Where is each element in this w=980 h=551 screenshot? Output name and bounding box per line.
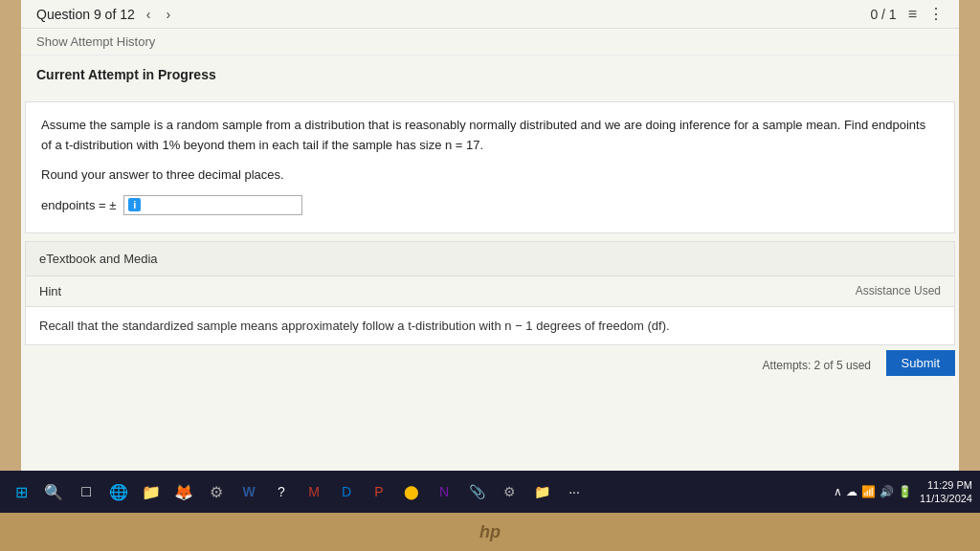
endpoints-label: endpoints = ± — [41, 198, 116, 212]
hint-content: Recall that the standardized sample mean… — [26, 307, 954, 345]
bezel-right — [959, 0, 980, 513]
edge-icon[interactable]: 🌐 — [105, 478, 132, 505]
word-icon[interactable]: W — [235, 478, 262, 505]
header-left: Question 9 of 12 ‹ › — [36, 5, 174, 24]
onedrive-icon[interactable]: D — [333, 478, 360, 505]
cloud-icon[interactable]: ☁ — [846, 485, 858, 498]
taskbar-time[interactable]: 11:29 PM 11/13/2024 — [920, 478, 972, 506]
submit-button[interactable]: Submit — [886, 350, 955, 376]
hp-logo: hp — [479, 522, 501, 542]
hint-header[interactable]: Hint Assistance Used — [26, 276, 954, 307]
dots-icon[interactable]: ⋮ — [928, 5, 944, 23]
battery-icon[interactable]: 🔋 — [898, 485, 912, 498]
hint-section: Hint Assistance Used Recall that the sta… — [25, 276, 955, 346]
mail-icon[interactable]: M — [301, 478, 327, 505]
attempt-history-link[interactable]: Show Attempt History — [21, 29, 959, 55]
folder-icon[interactable]: 📁 — [528, 478, 555, 505]
hint-label: Hint — [39, 284, 61, 298]
bezel-left — [0, 0, 21, 513]
explorer-icon[interactable]: 📁 — [138, 478, 165, 505]
current-attempt-section: Current Attempt in Progress — [21, 55, 959, 101]
attempts-overlay: Attempts: 2 of 5 used — [755, 355, 879, 376]
round-note: Round your answer to three decimal place… — [41, 167, 939, 182]
current-attempt-title: Current Attempt in Progress — [36, 67, 944, 82]
assistance-used: Assistance Used — [856, 284, 941, 298]
date-display: 11/13/2024 — [920, 492, 972, 505]
list-icon[interactable]: ≡ — [908, 6, 917, 23]
firefox-icon[interactable]: 🦊 — [170, 478, 197, 505]
taskbar-left: ⊞ 🔍 □ 🌐 📁 🦊 ⚙ W ? M D P ⬤ N 📎 ⚙ 📁 ··· — [8, 478, 588, 505]
question-box: Assume the sample is a random sample fro… — [25, 101, 955, 233]
wifi-icon[interactable]: 📶 — [861, 485, 876, 498]
etextbook-label: eTextbook and Media — [39, 252, 158, 266]
system-tray: ∧ ☁ 📶 🔊 🔋 — [834, 485, 912, 498]
powerpoint-icon[interactable]: P — [366, 478, 392, 505]
question-text: Assume the sample is a random sample fro… — [41, 116, 939, 156]
header-bar: Question 9 of 12 ‹ › 0 / 1 ≡ ⋮ — [21, 0, 959, 29]
question-title: Question 9 of 12 — [36, 7, 135, 22]
chrome-icon[interactable]: ⬤ — [398, 478, 425, 505]
prev-button[interactable]: ‹ — [143, 5, 155, 24]
windows-start-icon[interactable]: ⊞ — [8, 478, 34, 505]
volume-icon[interactable]: 🔊 — [880, 485, 894, 498]
caret-icon[interactable]: ∧ — [834, 485, 842, 498]
more-icons[interactable]: ··· — [561, 478, 588, 505]
score-display: 0 / 1 — [870, 7, 896, 22]
next-button[interactable]: › — [162, 5, 174, 24]
clip-icon[interactable]: 📎 — [463, 478, 490, 505]
endpoints-row: endpoints = ± i — [41, 195, 939, 215]
task-view-icon[interactable]: □ — [73, 478, 100, 505]
settings-icon[interactable]: ⚙ — [203, 478, 230, 505]
endpoints-input-wrapper: i — [123, 195, 302, 215]
search-taskbar-icon[interactable]: 🔍 — [40, 478, 67, 505]
gear-icon[interactable]: ⚙ — [496, 478, 523, 505]
help-icon[interactable]: ? — [268, 478, 295, 505]
time-display: 11:29 PM — [920, 478, 972, 492]
hp-area: hp — [0, 513, 980, 551]
hint-text: Recall that the standardized sample mean… — [39, 319, 670, 333]
taskbar-right: ∧ ☁ 📶 🔊 🔋 11:29 PM 11/13/2024 — [834, 478, 972, 506]
endpoints-input[interactable] — [145, 198, 298, 212]
header-right: 0 / 1 ≡ ⋮ — [870, 5, 944, 23]
onenote-icon[interactable]: N — [431, 478, 457, 505]
screen-area: Question 9 of 12 ‹ › 0 / 1 ≡ ⋮ Show Atte… — [21, 0, 959, 471]
info-badge[interactable]: i — [128, 198, 141, 211]
taskbar: ⊞ 🔍 □ 🌐 📁 🦊 ⚙ W ? M D P ⬤ N 📎 ⚙ 📁 ··· ∧ … — [0, 471, 980, 513]
etextbook-section[interactable]: eTextbook and Media — [25, 241, 955, 276]
